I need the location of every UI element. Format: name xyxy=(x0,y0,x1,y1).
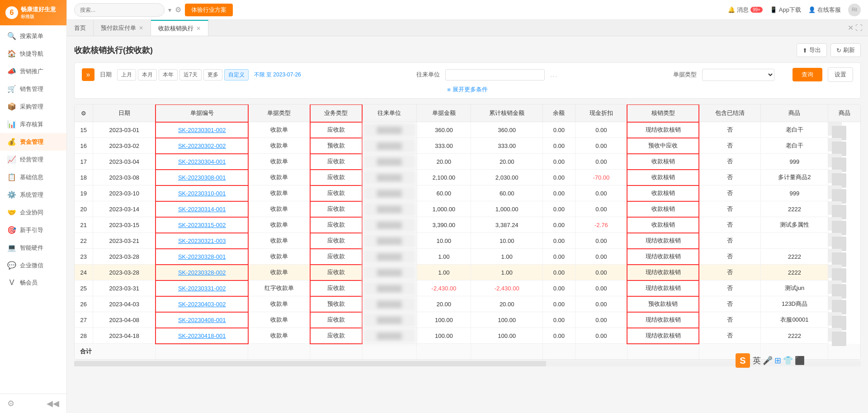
watermark-shirt-icon[interactable]: 👕 xyxy=(783,356,793,366)
td-balance: 0.00 xyxy=(542,233,575,249)
tab-prepayment[interactable]: 预付款应付单 ✕ xyxy=(94,20,151,36)
marketing-icon: 📣 xyxy=(7,67,16,76)
last-7-days-btn[interactable]: 近7天 xyxy=(179,69,202,81)
sidebar-item-finance[interactable]: 💰 资金管理 xyxy=(0,133,66,151)
td-product: 123D商品 xyxy=(761,296,828,312)
watermark-mic-icon[interactable]: 🎤 xyxy=(763,356,773,366)
dropdown-arrow-icon[interactable]: ▾ xyxy=(168,6,171,14)
td-slip-no[interactable]: SK-20230328-001 xyxy=(156,249,248,265)
td-verify-type: 现结收款核销 xyxy=(627,265,699,280)
refresh-btn[interactable]: ↻ 刷新 xyxy=(830,43,861,57)
guide-icon: 🎯 xyxy=(7,226,16,234)
message-item[interactable]: 🔔 消息 99+ xyxy=(728,6,763,14)
watermark-overlay: S 英 🎤 ⊞ 👕 ⬛ xyxy=(736,353,805,368)
table-header-row: ⚙ 日期 单据编号 单据类型 业务类型 往来单位 单据金额 累计核销金额 余额 … xyxy=(75,104,860,122)
last-month-btn[interactable]: 上月 xyxy=(117,69,136,81)
sidebar-item-hardware[interactable]: 💻 智能硬件 xyxy=(0,239,66,256)
user-avatar[interactable]: Rit xyxy=(848,4,861,16)
td-slip-no[interactable]: SK-20230321-003 xyxy=(156,233,248,249)
table-row: 212023-03-15SK-20230315-002收款单应收款██████3… xyxy=(75,217,860,233)
td-cash-disc: 0.00 xyxy=(575,233,627,249)
expand-btn[interactable]: ≡ 展开更多条件 xyxy=(447,85,488,94)
td-slip-no[interactable]: SK-20230403-002 xyxy=(156,296,248,312)
td-slip-no[interactable]: SK-20230304-001 xyxy=(156,154,248,170)
member-icon: V xyxy=(7,279,16,287)
sidebar-item-inventory[interactable]: 📊 库存核算 xyxy=(0,115,66,133)
td-cash-disc: 0.00 xyxy=(575,280,627,296)
sidebar-item-marketing[interactable]: 📣 营销推广 xyxy=(0,62,66,80)
td-cash-disc: 0.00 xyxy=(575,138,627,154)
td-verified: 2,030.00 xyxy=(471,170,543,185)
td-amount: 333.00 xyxy=(417,138,471,154)
more-date-btn[interactable]: 更多 xyxy=(203,69,222,81)
close-tab-btn[interactable]: ✕ xyxy=(848,24,854,32)
sidebar: 6 畅康道好生意 标推版 🔍 搜索菜单 🏠 快捷导航 📣 营销推广 🛒 销售管理… xyxy=(0,0,67,413)
collapse-icon[interactable]: ◀◀ xyxy=(47,399,59,408)
sidebar-item-wechat[interactable]: 💬 企业微信 xyxy=(0,256,66,274)
custom-date-btn[interactable]: 自定义 xyxy=(224,69,249,81)
app-download-item[interactable]: 📱 App下载 xyxy=(770,6,801,14)
online-service-item[interactable]: 👤 在线客服 xyxy=(808,6,841,14)
td-slip-type: 收款单 xyxy=(248,154,310,170)
td-product2-img xyxy=(828,249,842,262)
td-slip-no[interactable]: SK-20230314-001 xyxy=(156,201,248,217)
td-partner: ██████ xyxy=(362,265,417,280)
td-slip-no[interactable]: SK-20230302-002 xyxy=(156,138,248,154)
query-btn[interactable]: 查询 xyxy=(793,68,822,81)
td-slip-no[interactable]: SK-20230331-002 xyxy=(156,280,248,296)
export-btn[interactable]: ⬆ 导出 xyxy=(797,43,827,57)
td-cash-disc: 0.00 xyxy=(575,154,627,170)
th-biz-type: 业务类型 xyxy=(310,104,362,122)
sidebar-item-collab[interactable]: 🤝 企业协同 xyxy=(0,204,66,221)
td-slip-no[interactable]: SK-20230408-001 xyxy=(156,312,248,328)
td-amount: 1,000.00 xyxy=(417,201,471,217)
sidebar-item-guide[interactable]: 🎯 新手引导 xyxy=(0,221,66,239)
topbar-search-input[interactable] xyxy=(74,3,165,17)
basic-info-icon: 📋 xyxy=(7,173,16,181)
solution-btn[interactable]: 体验行业方案 xyxy=(185,4,233,16)
this-month-btn[interactable]: 本月 xyxy=(138,69,157,81)
partner-label: 往来单位 xyxy=(416,71,440,79)
setting-btn[interactable]: 设置 xyxy=(828,67,853,82)
sidebar-item-basic-info[interactable]: 📋 基础信息 xyxy=(0,168,66,186)
td-slip-no[interactable]: SK-20230301-002 xyxy=(156,122,248,138)
maximize-btn[interactable]: ⛶ xyxy=(855,24,863,32)
td-seq: 17 xyxy=(75,154,93,170)
watermark-puzzle-icon[interactable]: ⬛ xyxy=(795,356,805,366)
tab-verification[interactable]: 收款核销执行 ✕ xyxy=(151,20,208,36)
settings-col-icon[interactable]: ⚙ xyxy=(81,110,86,117)
td-slip-no[interactable]: SK-20230328-002 xyxy=(156,265,248,280)
td-slip-no[interactable]: SK-20230315-002 xyxy=(156,217,248,233)
td-slip-no[interactable]: SK-20230308-001 xyxy=(156,170,248,185)
this-year-btn[interactable]: 本年 xyxy=(159,69,178,81)
td-date: 2023-03-01 xyxy=(93,122,156,138)
tab-home[interactable]: 首页 xyxy=(67,20,94,36)
topbar-gear-icon[interactable]: ⚙ xyxy=(175,5,181,14)
sidebar-item-operations[interactable]: 📈 经营管理 xyxy=(0,151,66,168)
td-slip-no[interactable]: SK-20230310-001 xyxy=(156,185,248,201)
settings-bottom-icon[interactable]: ⚙ xyxy=(7,399,14,408)
sidebar-item-search[interactable]: 🔍 搜索菜单 xyxy=(0,27,66,45)
tab-close-verification[interactable]: ✕ xyxy=(196,25,201,32)
sidebar-item-system[interactable]: ⚙️ 系统管理 xyxy=(0,186,66,204)
th-product2: 商品 xyxy=(828,104,860,122)
sidebar-item-sales[interactable]: 🛒 销售管理 xyxy=(0,80,66,98)
watermark-chinese-icon[interactable]: 英 xyxy=(753,355,761,366)
slip-type-select[interactable] xyxy=(702,69,774,81)
td-verified: 10.00 xyxy=(471,233,543,249)
partner-input[interactable] xyxy=(445,69,545,81)
filter-toggle-btn[interactable]: » xyxy=(82,68,94,81)
more-options-icon[interactable]: ... xyxy=(550,71,558,78)
app-icon: 📱 xyxy=(770,6,777,13)
td-partner: ██████ xyxy=(362,201,417,217)
watermark-grid-icon[interactable]: ⊞ xyxy=(774,356,781,366)
td-cash-disc: -70.00 xyxy=(575,170,627,185)
sidebar-item-member[interactable]: V 畅会员 xyxy=(0,274,66,291)
filter-area: » 日期 上月 本月 本年 近7天 更多 自定义 不限 至 2023-07-26… xyxy=(74,62,861,99)
sidebar-item-nav[interactable]: 🏠 快捷导航 xyxy=(0,45,66,62)
sidebar-item-purchase[interactable]: 📦 采购管理 xyxy=(0,98,66,115)
td-biz-type: 应收款 xyxy=(310,233,362,249)
td-cash-disc: 0.00 xyxy=(575,312,627,328)
td-slip-no[interactable]: SK-20230418-001 xyxy=(156,328,248,344)
tab-close-prepayment[interactable]: ✕ xyxy=(139,25,143,31)
